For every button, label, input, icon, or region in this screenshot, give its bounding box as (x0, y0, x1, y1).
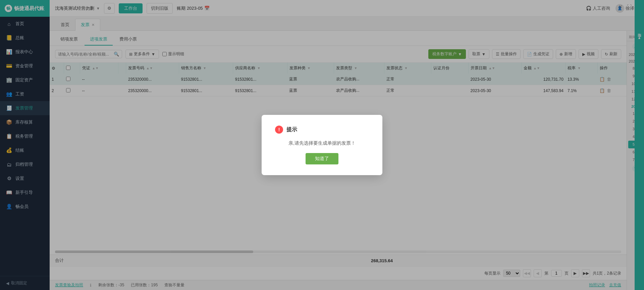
modal-box: ! 提示 亲,请先选择要生成单据的发票！ 知道了 (262, 115, 382, 175)
modal-title: 提示 (286, 126, 297, 133)
modal-warning-icon: ! (275, 126, 283, 134)
modal-overlay: ! 提示 亲,请先选择要生成单据的发票！ 知道了 (0, 0, 644, 290)
modal-title-row: ! 提示 (275, 126, 297, 134)
modal-confirm-button[interactable]: 知道了 (306, 153, 338, 164)
modal-message: 亲,请先选择要生成单据的发票！ (288, 140, 356, 146)
